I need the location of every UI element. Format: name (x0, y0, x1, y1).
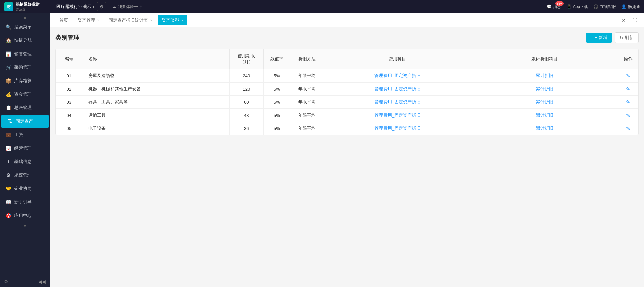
refresh-button[interactable]: ↻ 刷新 (615, 32, 639, 43)
sidebar-item-label: 企业协同 (14, 186, 32, 192)
edit-icon[interactable]: ✎ (626, 99, 630, 105)
col-header-name: 名称 (83, 49, 229, 69)
experience-button[interactable]: ☁ 我要体验一下 (112, 4, 142, 10)
sidebar-scroll-down[interactable]: ▼ (0, 222, 50, 229)
sidebar-item-search[interactable]: 🔍 搜索菜单 (0, 20, 50, 34)
sidebar-item-salary[interactable]: 💼 工资 (0, 128, 50, 141)
accum-link[interactable]: 累计折旧 (536, 86, 553, 91)
col-header-code: 编号 (56, 49, 83, 69)
sidebar-item-capital[interactable]: 💰 资金管理 (0, 88, 50, 101)
cell-accum: 累计折旧 (471, 83, 618, 96)
company-name: 医疗器械行业演示 (56, 4, 91, 10)
new-button[interactable]: + + 新增 (586, 33, 612, 43)
cell-residual: 5% (263, 96, 290, 109)
refresh-icon: ↻ (620, 35, 623, 40)
expense-link[interactable]: 管理费用_固定资产折旧 (374, 113, 421, 118)
sidebar-item-enterprise[interactable]: 🤝 企业协同 (0, 182, 50, 195)
sidebar-collapse-icon[interactable]: ◀◀ (38, 279, 46, 284)
sidebar-item-inventory[interactable]: 📦 库存核算 (0, 74, 50, 88)
content-area: 首页 资产管理 × 固定资产折旧统计表 × 资产类型 × ✕ ⛶ (50, 13, 644, 287)
purchase-icon: 🛒 (5, 64, 11, 70)
app-logo: 财 畅捷通好业财 普及版 (4, 2, 53, 12)
edit-icon[interactable]: ✎ (626, 86, 630, 92)
tab-asset-type[interactable]: 资产类型 × (158, 15, 187, 25)
sidebar-item-apps[interactable]: 🎯 应用中心 (0, 209, 50, 222)
sidebar-item-quick-nav[interactable]: 🏠 快捷导航 (0, 34, 50, 47)
app-version: 普及版 (16, 7, 40, 12)
sidebar-bottom: ⚙ ◀◀ (0, 276, 50, 287)
expense-link[interactable]: 管理费用_固定资产折旧 (374, 73, 421, 78)
cell-name: 电子设备 (83, 122, 229, 135)
cell-action: ✎ (618, 96, 638, 109)
user-button[interactable]: 👤 畅捷通 (621, 4, 640, 10)
tab-home-label: 首页 (59, 17, 68, 23)
tab-depreciation-table[interactable]: 固定资产折旧统计表 × (104, 15, 156, 25)
cell-accum: 累计折旧 (471, 96, 618, 109)
enterprise-icon: 🤝 (5, 186, 11, 192)
cell-code: 04 (56, 109, 83, 122)
message-icon: 💬 (547, 4, 552, 9)
cell-expense: 管理费用_固定资产折旧 (324, 96, 471, 109)
gear-icon: ⚙ (100, 4, 104, 9)
tab-asset-type-close-icon[interactable]: × (181, 18, 183, 22)
sidebar-item-ledger[interactable]: 📋 总账管理 (0, 101, 50, 115)
cell-method: 年限平均 (290, 69, 324, 83)
system-icon: ⚙ (5, 172, 11, 178)
sidebar-item-label: 采购管理 (14, 64, 32, 70)
edit-icon[interactable]: ✎ (626, 126, 630, 131)
expense-link[interactable]: 管理费用_固定资产折旧 (374, 86, 421, 91)
sidebar-item-system[interactable]: ⚙ 系统管理 (0, 168, 50, 182)
sidebar-item-label: 系统管理 (14, 172, 32, 178)
accum-link[interactable]: 累计折旧 (536, 113, 553, 118)
cell-period: 48 (229, 109, 263, 122)
accum-link[interactable]: 累计折旧 (536, 73, 553, 78)
sidebar-item-label: 资金管理 (14, 91, 32, 97)
close-tab-button[interactable]: ✕ (620, 16, 628, 24)
tab-home[interactable]: 首页 (55, 15, 72, 25)
sidebar-item-fixed-assets[interactable]: 🏗 固定资产 (1, 115, 49, 128)
service-icon: 🎧 (593, 4, 599, 9)
app-download-button[interactable]: 📱 App下载 (566, 4, 588, 10)
salary-icon: 💼 (5, 132, 11, 138)
home-icon: 🏠 (5, 37, 11, 43)
tab-asset-mgmt[interactable]: 资产管理 × (73, 15, 103, 25)
sidebar-item-label: 应用中心 (14, 213, 32, 219)
sidebar-item-label: 搜索菜单 (14, 24, 32, 30)
settings-button[interactable]: ⚙ (97, 2, 106, 11)
sidebar-settings-icon[interactable]: ⚙ (4, 279, 8, 284)
sidebar-item-label: 快捷导航 (14, 37, 32, 43)
maximize-tab-button[interactable]: ⛶ (631, 16, 639, 24)
messages-button[interactable]: 💬 消息 99+ (547, 4, 561, 10)
main-layout: ▲ 🔍 搜索菜单 🏠 快捷导航 📊 销售管理 🛒 采购管理 📦 库存核算 💰 资… (0, 13, 644, 287)
sidebar-item-sales[interactable]: 📊 销售管理 (0, 47, 50, 61)
accum-link[interactable]: 累计折旧 (536, 126, 553, 131)
operations-icon: 📈 (5, 145, 11, 151)
sidebar-item-guide[interactable]: 📖 新手引导 (0, 195, 50, 209)
table-row: 04 运输工具 48 5% 年限平均 管理费用_固定资产折旧 累计折旧 ✎ (56, 109, 638, 122)
fixed-assets-icon: 🏗 (7, 118, 13, 124)
cell-expense: 管理费用_固定资产折旧 (324, 83, 471, 96)
cell-code: 01 (56, 69, 83, 83)
sidebar-item-label: 基础信息 (14, 159, 32, 165)
sidebar-scroll-up[interactable]: ▲ (0, 13, 50, 20)
edit-icon[interactable]: ✎ (626, 113, 630, 118)
expense-link[interactable]: 管理费用_固定资产折旧 (374, 99, 421, 104)
col-header-action: 操作 (618, 49, 638, 69)
tab-asset-mgmt-close-icon[interactable]: × (97, 18, 99, 22)
tab-depreciation-close-icon[interactable]: × (150, 18, 152, 22)
cell-residual: 5% (263, 122, 290, 135)
company-selector[interactable]: 医疗器械行业演示 ▾ (56, 4, 94, 10)
edit-icon[interactable]: ✎ (626, 73, 630, 78)
cell-period: 240 (229, 69, 263, 83)
accum-link[interactable]: 累计折旧 (536, 99, 553, 104)
sidebar: ▲ 🔍 搜索菜单 🏠 快捷导航 📊 销售管理 🛒 采购管理 📦 库存核算 💰 资… (0, 13, 50, 287)
sidebar-item-purchase[interactable]: 🛒 采购管理 (0, 61, 50, 74)
sales-icon: 📊 (5, 51, 11, 57)
sidebar-item-basic-info[interactable]: ℹ 基础信息 (0, 155, 50, 168)
sidebar-item-operations[interactable]: 📈 经营管理 (0, 141, 50, 155)
guide-icon: 📖 (5, 199, 11, 205)
online-service-label: 在线客服 (600, 4, 616, 10)
expense-link[interactable]: 管理费用_固定资产折旧 (374, 126, 421, 131)
cell-action: ✎ (618, 69, 638, 83)
online-service-button[interactable]: 🎧 在线客服 (593, 4, 616, 10)
